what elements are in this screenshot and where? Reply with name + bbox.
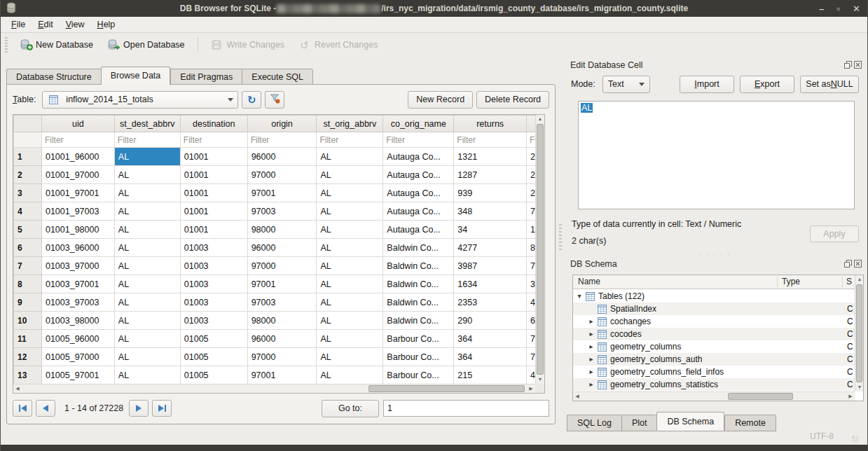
table-cell[interactable]: 97003 [247, 202, 317, 221]
tree-header-name[interactable]: Name [578, 277, 600, 286]
filter-input[interactable] [383, 132, 453, 147]
table-cell[interactable]: Baldwin Co... [383, 239, 454, 257]
filter-input[interactable] [42, 132, 114, 147]
table-cell[interactable]: AL [317, 166, 383, 184]
table-cell[interactable]: 01003_97000 [41, 257, 114, 275]
table-cell[interactable]: 4277 [454, 239, 527, 257]
clear-filters-button[interactable] [265, 91, 284, 109]
table-cell[interactable]: Barbour Co... [383, 330, 454, 348]
filter-input[interactable] [454, 132, 526, 147]
table-cell[interactable]: Autauga Co... [383, 166, 454, 184]
minimize-button[interactable]: – [819, 4, 824, 13]
table-cell[interactable]: 01005_97001 [41, 366, 114, 384]
table-cell[interactable]: 01001 [180, 202, 247, 221]
dock-splitter-handle[interactable]: · · · · · [565, 251, 864, 258]
row-number[interactable]: 5 [14, 221, 42, 239]
table-cell[interactable]: 96000 [247, 148, 317, 166]
table-cell[interactable]: 01001_98000 [41, 221, 114, 239]
selected-cell[interactable]: AL [114, 148, 180, 166]
table-cell[interactable]: 01003 [180, 239, 247, 257]
table-cell[interactable]: AL [317, 348, 383, 366]
row-number[interactable]: 7 [14, 257, 42, 275]
table-cell[interactable]: AL [317, 184, 383, 202]
goto-input[interactable] [383, 400, 549, 417]
table-cell[interactable]: AL [114, 184, 180, 202]
table-cell[interactable]: AL [114, 221, 180, 239]
tree-vscroll-thumb[interactable] [856, 284, 862, 382]
grid-vscroll-thumb[interactable] [537, 124, 544, 375]
cell-editor[interactable]: AL [578, 101, 855, 209]
table-cell[interactable]: Baldwin Co... [383, 312, 454, 330]
column-header-returns[interactable]: returns [454, 116, 527, 132]
next-page-button[interactable] [129, 400, 149, 417]
table-cell[interactable]: 98000 [247, 221, 317, 239]
table-cell[interactable]: 01005_97000 [41, 348, 114, 366]
menu-item-edit[interactable]: Edit [32, 18, 60, 32]
table-cell[interactable]: 1321 [454, 148, 527, 166]
tree-hscroll-thumb[interactable] [728, 393, 792, 400]
table-cell[interactable]: Barbour Co... [383, 366, 454, 384]
table-cell[interactable]: 01001 [180, 184, 247, 202]
grid-vertical-scrollbar[interactable]: ▲ ▼ [535, 115, 544, 384]
table-cell[interactable]: 1287 [454, 166, 527, 184]
table-cell[interactable]: 01001_97000 [41, 166, 114, 184]
table-cell[interactable]: AL [114, 348, 180, 366]
table-cell[interactable]: 01003_98000 [41, 312, 114, 330]
tree-header-schema[interactable]: S [842, 277, 852, 288]
table-cell[interactable]: 01003_96000 [41, 239, 114, 257]
row-number[interactable]: 6 [14, 239, 42, 257]
column-header-st_orig_abbrv[interactable]: st_orig_abbrv [317, 116, 383, 132]
table-cell[interactable]: 1634 [454, 275, 527, 293]
menu-item-file[interactable]: File [5, 18, 32, 32]
expander-icon[interactable]: ▸ [587, 378, 595, 391]
panel-splitter-handle[interactable] [559, 224, 562, 252]
table-cell[interactable]: AL [317, 330, 383, 348]
table-cell[interactable]: AL [317, 148, 383, 166]
import-button[interactable]: Import [680, 76, 734, 93]
row-number[interactable]: 4 [14, 202, 42, 221]
row-number[interactable]: 13 [14, 366, 42, 384]
filter-input[interactable] [248, 132, 317, 147]
row-number[interactable]: 1 [14, 148, 42, 166]
table-cell[interactable]: 01005 [180, 348, 247, 366]
tab-remote[interactable]: Remote [724, 415, 776, 431]
tree-horizontal-scrollbar[interactable]: ◀ ▶ [573, 391, 855, 401]
tab-database-structure[interactable]: Database Structure [6, 69, 101, 85]
export-button[interactable]: Export [740, 76, 794, 93]
tab-execute-sql[interactable]: Execute SQL [242, 69, 313, 85]
table-cell[interactable]: 98000 [247, 312, 317, 330]
column-header-st_dest_abbrv[interactable]: st_dest_abbrv [114, 116, 180, 132]
table-cell[interactable]: Baldwin Co... [383, 293, 454, 312]
tree-item-tables-122[interactable]: ▾Tables (122) [573, 290, 855, 303]
table-cell[interactable]: 2353 [454, 293, 527, 312]
column-header-origin[interactable]: origin [247, 116, 317, 132]
table-cell[interactable]: 01003 [180, 312, 247, 330]
filter-input[interactable] [115, 132, 180, 147]
tree-item-geometry-columns[interactable]: ▸geometry_columnsC [573, 340, 855, 353]
table-cell[interactable]: 215 [454, 366, 527, 384]
prev-page-button[interactable] [36, 400, 55, 417]
row-number[interactable]: 2 [14, 166, 42, 184]
scroll-up-icon[interactable]: ▲ [855, 275, 864, 284]
table-cell[interactable]: 01001_96000 [41, 148, 114, 166]
table-cell[interactable]: 97001 [247, 366, 317, 384]
maximize-button[interactable]: ▫ [836, 4, 840, 13]
grid-horizontal-scrollbar[interactable]: ◀ ▶ [13, 384, 535, 393]
open-database-button[interactable]: Open Database [100, 36, 192, 54]
table-cell[interactable]: 01001 [180, 148, 247, 166]
table-cell[interactable]: 01005_96000 [41, 330, 114, 348]
mode-select[interactable]: Text [602, 76, 650, 93]
menu-item-help[interactable]: Help [91, 18, 122, 32]
table-cell[interactable]: Autauga Co... [383, 202, 454, 221]
tree-item-cocodes[interactable]: ▸cocodesC [573, 328, 855, 340]
column-header-destination[interactable]: destination [180, 116, 247, 132]
table-cell[interactable]: AL [114, 257, 180, 275]
table-cell[interactable]: 34 [454, 221, 527, 239]
table-cell[interactable]: 01005 [180, 366, 247, 384]
table-cell[interactable]: 97000 [247, 166, 317, 184]
scroll-down-icon[interactable]: ▼ [855, 383, 864, 391]
table-cell[interactable]: 348 [454, 202, 527, 221]
tab-db-schema[interactable]: DB Schema [656, 412, 724, 431]
table-cell[interactable]: AL [317, 312, 383, 330]
tree-vertical-scrollbar[interactable]: ▲ ▼ [855, 275, 863, 391]
